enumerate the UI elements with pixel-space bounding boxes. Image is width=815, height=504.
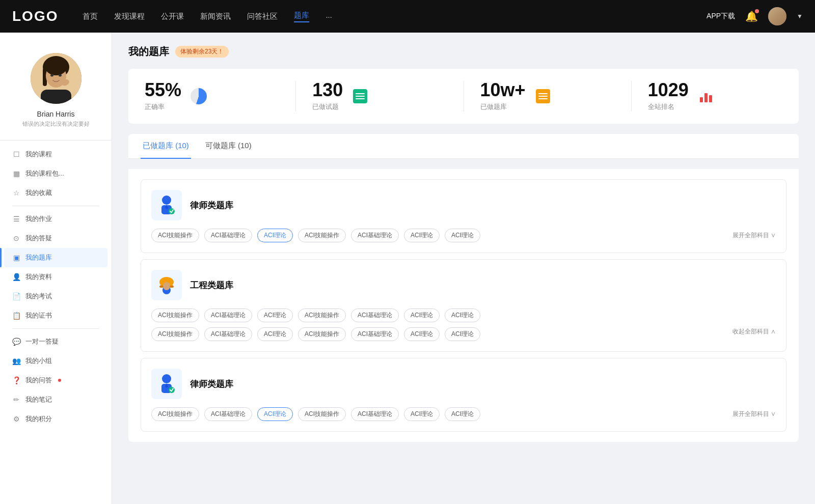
- done-banks-label: 已做题库: [480, 102, 526, 111]
- tag-2b-3[interactable]: ACI理论: [257, 327, 293, 341]
- sidebar-label-exam: 我的考试: [25, 292, 52, 301]
- avatar-svg: [31, 53, 82, 104]
- tag-3-7[interactable]: ACI理论: [445, 407, 480, 421]
- sidebar-item-cert[interactable]: 📋 我的证书: [4, 306, 107, 325]
- favorites-icon: ☆: [12, 189, 20, 197]
- tag-2b-5[interactable]: ACI基础理论: [351, 327, 399, 341]
- sidebar-label-qa: 我的答疑: [25, 234, 52, 243]
- tag-3-1[interactable]: ACI技能操作: [151, 407, 199, 421]
- lawyer-icon-2: [151, 369, 182, 399]
- rank-value: 1029: [648, 81, 689, 99]
- page-wrapper: Brian Harris 错误的决定比没有决定要好 ☐ 我的课程 ▦ 我的课程包…: [0, 33, 815, 504]
- bank-title-1: 律师类题库: [190, 200, 233, 211]
- points-icon: ⚙: [12, 415, 20, 423]
- course-icon: ☐: [12, 150, 20, 158]
- tag-2b-2[interactable]: ACI基础理论: [204, 327, 252, 341]
- divider2: [12, 328, 99, 329]
- sidebar-item-quiz[interactable]: ▣ 我的题库: [4, 248, 107, 267]
- qa-icon: ⊙: [12, 234, 20, 242]
- tags-row-1: ACI技能操作 ACI基础理论 ACI理论 ACI技能操作 ACI基础理论 AC…: [151, 229, 776, 242]
- engineer-icon: [151, 270, 182, 300]
- nav-home[interactable]: 首页: [83, 12, 98, 21]
- list-green-icon: [353, 89, 367, 103]
- exam-icon: 📄: [12, 292, 20, 300]
- nav-discover[interactable]: 发现课程: [114, 12, 145, 21]
- bank-card-engineer: 工程类题库 ACI技能操作 ACI基础理论 ACI理论 ACI技能操作 ACI基…: [141, 259, 786, 352]
- bank-card-header-1: 律师类题库: [151, 190, 776, 220]
- sidebar-item-favorites[interactable]: ☆ 我的收藏: [4, 183, 107, 203]
- expand-link-1[interactable]: 展开全部科目 ∨: [732, 231, 776, 240]
- tag-1-5[interactable]: ACI基础理论: [351, 229, 399, 242]
- tag-1-1[interactable]: ACI技能操作: [151, 229, 199, 242]
- quiz-icon: ▣: [12, 254, 20, 262]
- engineer-svg: [155, 274, 178, 296]
- nav-quiz[interactable]: 题库: [294, 11, 309, 22]
- tag-1-3[interactable]: ACI理论: [257, 229, 293, 242]
- svg-point-4: [45, 57, 67, 75]
- tag-1-4[interactable]: ACI技能操作: [298, 229, 346, 242]
- tag-3-6[interactable]: ACI理论: [404, 407, 440, 421]
- tab-available[interactable]: 可做题库 (10): [203, 134, 254, 159]
- tag-3-5[interactable]: ACI基础理论: [351, 407, 399, 421]
- nav-news[interactable]: 新闻资讯: [200, 12, 231, 21]
- list-orange-icon: [536, 89, 550, 103]
- svg-point-6: [59, 74, 62, 77]
- tag-1-6[interactable]: ACI理论: [404, 229, 440, 242]
- user-avatar[interactable]: [768, 7, 786, 25]
- sidebar-item-qa[interactable]: ⊙ 我的答疑: [4, 229, 107, 248]
- tag-1-2[interactable]: ACI基础理论: [204, 229, 252, 242]
- package-icon: ▦: [12, 170, 20, 178]
- sidebar-item-homework[interactable]: ☰ 我的作业: [4, 209, 107, 229]
- nav-qa[interactable]: 问答社区: [247, 12, 278, 21]
- tag-2-3[interactable]: ACI理论: [257, 309, 293, 322]
- notification-bell[interactable]: 🔔: [745, 10, 758, 22]
- tag-3-2[interactable]: ACI基础理论: [204, 407, 252, 421]
- sidebar-item-notes[interactable]: ✏ 我的笔记: [4, 390, 107, 409]
- accuracy-label: 正确率: [145, 102, 181, 111]
- group-icon: 👥: [12, 357, 20, 365]
- tag-2b-4[interactable]: ACI技能操作: [298, 327, 346, 341]
- tag-2-6[interactable]: ACI理论: [404, 309, 440, 322]
- questions-red-dot: [58, 379, 61, 382]
- tag-2b-7[interactable]: ACI理论: [445, 327, 480, 341]
- sidebar-label-package: 我的课程包...: [25, 169, 64, 178]
- sidebar-item-group[interactable]: 👥 我的小组: [4, 351, 107, 371]
- sidebar-item-exam[interactable]: 📄 我的考试: [4, 287, 107, 306]
- sidebar-item-profile[interactable]: 👤 我的资料: [4, 267, 107, 287]
- avatar-image: [768, 7, 786, 25]
- sidebar-label-cert: 我的证书: [25, 311, 52, 320]
- tag-2-2[interactable]: ACI基础理论: [204, 309, 252, 322]
- questions-icon: ❓: [12, 376, 20, 384]
- sidebar-item-questions[interactable]: ❓ 我的问答: [4, 371, 107, 390]
- tag-2-7[interactable]: ACI理论: [445, 309, 480, 322]
- homework-icon: ☰: [12, 215, 20, 223]
- tab-done[interactable]: 已做题库 (10): [141, 134, 191, 159]
- sidebar-menu: ☐ 我的课程 ▦ 我的课程包... ☆ 我的收藏 ☰ 我的作业 ⊙ 我的答疑 ▣: [0, 145, 112, 429]
- collapse-link-2[interactable]: 收起全部科目 ∧: [732, 327, 776, 341]
- tag-3-4[interactable]: ACI技能操作: [298, 407, 346, 421]
- sidebar-item-package[interactable]: ▦ 我的课程包...: [4, 164, 107, 183]
- svg-point-12: [169, 208, 175, 214]
- lawyer-svg-2: [155, 373, 178, 395]
- nav-more[interactable]: ···: [325, 12, 332, 21]
- tag-2-4[interactable]: ACI技能操作: [298, 309, 346, 322]
- app-download-btn[interactable]: APP下载: [707, 12, 735, 21]
- tag-1-7[interactable]: ACI理论: [445, 229, 480, 242]
- svg-point-18: [162, 374, 171, 383]
- bank-card-header-3: 律师类题库: [151, 369, 776, 399]
- tag-3-3[interactable]: ACI理论: [257, 407, 293, 421]
- tag-2b-1[interactable]: ACI技能操作: [151, 327, 199, 341]
- sidebar-item-1on1[interactable]: 💬 一对一答疑: [4, 332, 107, 351]
- svg-point-5: [50, 74, 53, 77]
- sidebar-item-course[interactable]: ☐ 我的课程: [4, 145, 107, 164]
- stat-accuracy: 55% 正确率: [128, 81, 296, 111]
- tag-2-1[interactable]: ACI技能操作: [151, 309, 199, 322]
- expand-link-3[interactable]: 展开全部科目 ∨: [732, 410, 776, 418]
- tags-row-2b: ACI技能操作 ACI基础理论 ACI理论 ACI技能操作 ACI基础理论 AC…: [151, 327, 776, 341]
- sidebar-item-points[interactable]: ⚙ 我的积分: [4, 409, 107, 429]
- logo: LOGO: [12, 8, 58, 24]
- nav-open-course[interactable]: 公开课: [161, 12, 184, 21]
- tag-2b-6[interactable]: ACI理论: [404, 327, 440, 341]
- user-dropdown-arrow[interactable]: ▼: [797, 13, 803, 20]
- tag-2-5[interactable]: ACI基础理论: [351, 309, 399, 322]
